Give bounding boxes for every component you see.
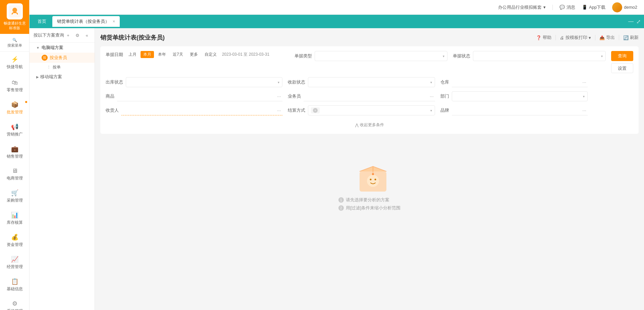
sidebar-item-inventory[interactable]: 📊 库存核算	[0, 207, 29, 229]
goods-label: 商品	[106, 93, 114, 99]
brand-dots-btn[interactable]: ···	[582, 108, 586, 113]
app-logo[interactable]: 畅捷通好生意 标准版	[0, 0, 29, 34]
consignee-input[interactable]: ···	[121, 105, 282, 115]
tab-close-btn[interactable]: ×	[113, 19, 115, 24]
scheme-settings-btn[interactable]: ⚙	[74, 32, 81, 39]
out-status-arrow: ▾	[278, 81, 279, 84]
warehouse-dots-btn[interactable]: ···	[582, 80, 586, 85]
operations-icon: 📈	[11, 256, 18, 263]
user-name: demo2	[624, 5, 637, 10]
collapse-panel-btn[interactable]: «	[83, 32, 91, 39]
consignee-label: 收货人	[106, 107, 119, 113]
goods-input[interactable]: ···	[117, 91, 282, 101]
out-status-label: 出库状态	[106, 79, 123, 85]
tree-subitem-by-order[interactable]: ⋮ 按单	[30, 63, 95, 72]
brand-input[interactable]: ···	[452, 105, 588, 115]
minimize-btn[interactable]: —	[628, 18, 634, 25]
sidebar-item-finance[interactable]: 💰 资金管理	[0, 229, 29, 252]
app-download-btn[interactable]: 📱 App下载	[582, 4, 605, 10]
maximize-btn[interactable]: ⤢	[636, 18, 641, 25]
add-scheme-btn[interactable]: +	[64, 32, 72, 39]
desktop-scheme-label: 电脑端方案	[42, 45, 63, 51]
date-tab-custom[interactable]: 自定义	[202, 51, 219, 58]
tab-sales-report[interactable]: 销货单统计表（按业务员） ×	[52, 16, 120, 27]
sidebar-item-system[interactable]: ⚙ 系统管理	[0, 296, 29, 310]
date-tab-more[interactable]: 更多	[187, 51, 201, 58]
message-label: 消息	[567, 4, 575, 10]
date-range-display: 2023-03-01 至 2023-03-31	[222, 52, 269, 57]
export-icon: 📤	[599, 35, 605, 40]
dept-select[interactable]: ▾	[452, 91, 588, 101]
active-scheme-dot: 按	[42, 55, 48, 61]
mobile-expand-icon: ▶	[36, 75, 39, 79]
sidebar-item-sales[interactable]: 💼 销售管理	[0, 141, 29, 163]
svg-point-4	[370, 179, 371, 180]
receipt-status-select[interactable]: ▾	[308, 77, 435, 87]
svg-point-3	[367, 175, 379, 187]
salesman-label: 业务员	[288, 93, 301, 99]
sidebar-item-marketing[interactable]: 📢 营销推广	[0, 119, 29, 141]
filter-area: 单据日期 上月 本月 本年 近7天 更多 自定义 20	[100, 46, 639, 134]
doc-status-label: 单据状态	[453, 53, 470, 59]
payment-method-select[interactable]: × ▾	[308, 105, 435, 115]
date-tab-last-month[interactable]: 上月	[126, 51, 139, 58]
tree-node-desktop[interactable]: ▼ 电脑端方案	[30, 43, 95, 53]
payment-tag-remove-btn[interactable]: ×	[313, 108, 318, 113]
tree-node-mobile[interactable]: ▶ 移动端方案	[30, 72, 95, 82]
date-tab-last-7[interactable]: 近7天	[170, 51, 186, 58]
salesman-dots-btn[interactable]: ···	[430, 94, 434, 99]
svg-point-1	[12, 8, 17, 12]
app-name: 畅捷通好生意	[3, 21, 26, 25]
retail-icon: 🛍	[12, 79, 18, 86]
user-avatar-btn[interactable]: demo2	[612, 2, 637, 12]
sidebar-item-operations[interactable]: 📈 经营管理	[0, 252, 29, 274]
doc-type-select[interactable]: ▾	[315, 51, 447, 61]
doc-status-select[interactable]: ▾	[473, 51, 606, 61]
salesman-input[interactable]: ···	[304, 91, 435, 101]
page-title: 销货单统计表(按业务员)	[100, 34, 165, 42]
tree-child-by-salesman[interactable]: 按 按业务员	[30, 53, 95, 63]
workspace-dropdown-icon: ▾	[543, 5, 546, 10]
download-icon: 📱	[582, 5, 587, 10]
warehouse-input[interactable]: ···	[452, 77, 588, 87]
export-btn[interactable]: 📤 导出	[599, 35, 615, 41]
tab-home[interactable]: 首页	[33, 16, 51, 27]
home-tab-label: 首页	[38, 18, 46, 24]
warehouse-label: 仓库	[440, 79, 449, 85]
order-scheme-icon: ⋮	[47, 65, 51, 69]
doc-status-arrow: ▾	[601, 54, 603, 58]
right-panel: 销货单统计表(按业务员) ❓ 帮助 🖨 按模板打印 ▾	[95, 28, 644, 310]
sidebar-item-retail[interactable]: 🛍 零售管理	[0, 75, 29, 97]
empty-state: 1 请先选择要分析的方案 2 用[过滤]条件来缩小分析范围	[100, 138, 639, 233]
help-btn[interactable]: ❓ 帮助	[536, 35, 551, 41]
date-tab-this-year[interactable]: 本年	[155, 51, 169, 58]
brand-label: 品牌	[440, 107, 449, 113]
query-button[interactable]: 查询	[611, 51, 633, 61]
top-header: 办公用品行业模拟账套 ▾ 💬 消息 📱 App下载 demo2	[30, 0, 644, 15]
collapse-icon: ⋀	[355, 123, 359, 127]
inventory-icon: 📊	[11, 212, 18, 218]
consignee-dots-btn[interactable]: ···	[277, 108, 281, 113]
collapse-more-btn[interactable]: ⋀ 收起更多条件	[355, 122, 384, 128]
out-status-select[interactable]: ▾	[126, 77, 282, 87]
print-dropdown-icon: ▾	[589, 35, 591, 40]
print-template-btn[interactable]: 🖨 按模板打印 ▾	[560, 35, 591, 41]
message-btn[interactable]: 💬 消息	[559, 4, 575, 10]
search-icon: 🔍	[0, 38, 29, 42]
date-tab-this-month[interactable]: 本月	[141, 51, 154, 58]
workspace-selector[interactable]: 办公用品行业模拟账套 ▾	[498, 4, 546, 10]
goods-dots-btn[interactable]: ···	[277, 94, 281, 99]
settings-button[interactable]: 设置	[611, 63, 633, 73]
payment-method-arrow: ▾	[430, 109, 432, 112]
basic-info-icon: 📋	[11, 278, 18, 285]
sidebar-item-search-menu[interactable]: 🔍 搜索菜单	[0, 34, 29, 52]
sidebar-item-procurement[interactable]: 🛒 采购管理	[0, 185, 29, 207]
sidebar-item-ecommerce[interactable]: 🖥 电商管理	[0, 163, 29, 185]
dept-label: 部门	[440, 93, 449, 99]
date-label: 单据日期	[106, 52, 123, 58]
refresh-btn[interactable]: 🔄 刷新	[623, 35, 639, 41]
sidebar-item-quick-nav[interactable]: ⚡ 快捷导航	[0, 52, 29, 74]
sidebar-item-basic-info[interactable]: 📋 基础信息	[0, 274, 29, 296]
app-subtitle: 标准版	[3, 25, 26, 30]
sidebar-item-wholesale[interactable]: 📦 批发管理	[0, 97, 29, 119]
